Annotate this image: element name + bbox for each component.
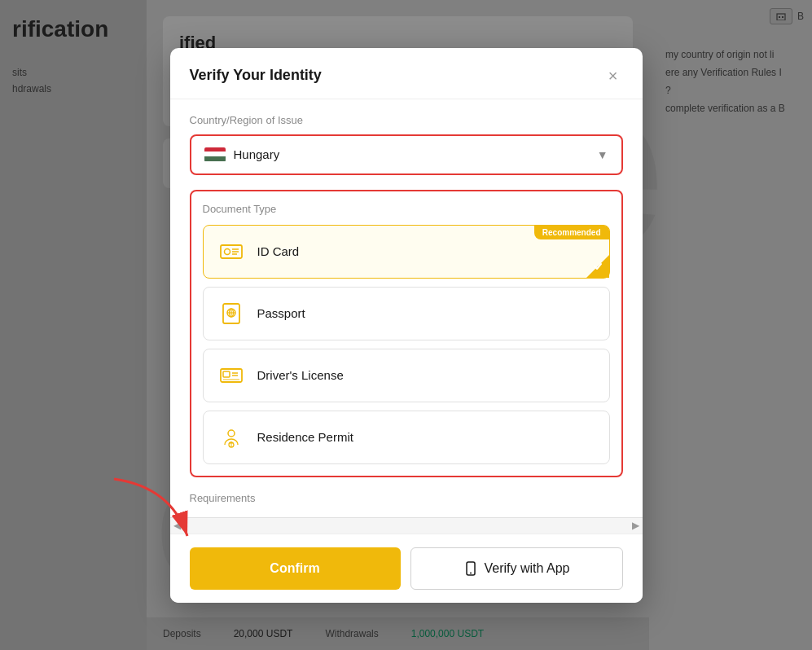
passport-icon: [217, 299, 246, 328]
document-type-section: Document Type Recommended ID Card: [190, 190, 623, 477]
modal-footer: Confirm Verify with App: [170, 534, 643, 603]
confirm-button[interactable]: Confirm: [190, 547, 401, 590]
svg-rect-14: [223, 371, 230, 377]
verify-with-app-button[interactable]: Verify with App: [410, 547, 623, 590]
passport-label: Passport: [257, 306, 305, 320]
modal-body[interactable]: Country/Region of Issue Hungary ▼: [170, 99, 643, 534]
drivers-license-label: Driver's License: [257, 368, 344, 382]
modal-header: Verify Your Identity ×: [170, 48, 643, 99]
country-name: Hungary: [234, 147, 280, 161]
modal-overlay: Verify Your Identity × Country/Region of…: [0, 0, 812, 650]
scroll-arrows-bar: ◀ ▶: [170, 517, 643, 534]
svg-point-23: [470, 572, 472, 573]
drivers-license-icon: [217, 361, 246, 390]
country-left: Hungary: [204, 147, 280, 162]
requirements-section: Requirements: [170, 492, 643, 517]
mobile-icon: [463, 561, 478, 576]
doc-option-residence-permit[interactable]: Residence Permit: [203, 411, 610, 464]
id-card-label: ID Card: [257, 244, 300, 258]
doc-option-id-card[interactable]: Recommended ID Card: [203, 225, 610, 279]
id-card-icon: [217, 237, 246, 266]
close-button[interactable]: ×: [604, 66, 623, 86]
recommended-badge: Recommended: [534, 226, 609, 239]
residence-permit-icon: [217, 423, 246, 452]
country-row: Hungary ▼: [204, 147, 608, 162]
scroll-right-icon: ▶: [632, 520, 639, 531]
selected-checkmark: [586, 255, 609, 278]
verify-identity-modal: Verify Your Identity × Country/Region of…: [170, 48, 643, 603]
country-section: Country/Region of Issue Hungary ▼: [170, 99, 643, 190]
chevron-down-icon: ▼: [597, 148, 608, 161]
hungary-flag-icon: [204, 147, 226, 162]
residence-permit-label: Residence Permit: [257, 430, 353, 444]
modal-title: Verify Your Identity: [190, 67, 322, 84]
country-selector-box: Hungary ▼: [190, 134, 623, 175]
country-label: Country/Region of Issue: [190, 114, 623, 126]
doc-option-drivers-license[interactable]: Driver's License: [203, 349, 610, 402]
svg-point-4: [224, 248, 230, 254]
document-type-label: Document Type: [203, 203, 610, 215]
verify-app-label: Verify with App: [485, 561, 570, 576]
requirements-label: Requirements: [190, 492, 623, 504]
scroll-left-icon: ◀: [173, 520, 181, 531]
doc-option-passport[interactable]: Passport: [203, 287, 610, 340]
svg-point-18: [228, 430, 235, 437]
